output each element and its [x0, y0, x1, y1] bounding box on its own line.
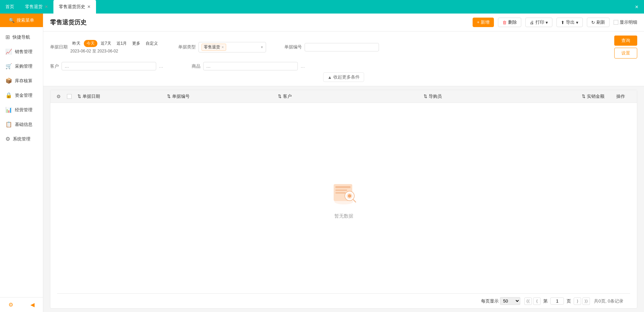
th-sort-icon-guide[interactable]: ⇅: [424, 94, 427, 99]
filter-area: 单据日期 昨天 今天 近7天 近1月 更多 自定义 2023-06-02 至 2…: [43, 31, 644, 86]
tab-retail-return-history-close[interactable]: ✕: [87, 4, 91, 9]
filter-bill-date: 单据日期 昨天 今天 近7天 近1月 更多 自定义 2023-06-02 至 2…: [50, 40, 160, 54]
collapse-filter-btn[interactable]: ▲ 收起更多条件: [323, 72, 364, 82]
sales-icon: 📈: [5, 48, 12, 55]
goods-ellipsis[interactable]: …: [301, 64, 305, 69]
th-customer-label: 客户: [283, 93, 292, 99]
collapse-filter-label: 收起更多条件: [333, 74, 360, 80]
sidebar-item-sales[interactable]: 📈 销售管理: [0, 44, 43, 59]
bill-type-select[interactable]: 零售退货 × ▾: [198, 42, 266, 52]
bill-no-label: 单据编号: [284, 44, 302, 50]
sidebar-item-inventory-label: 库存核算: [15, 78, 32, 84]
display-toggle[interactable]: 显示明细: [614, 19, 637, 25]
refresh-button[interactable]: ↻ 刷新: [587, 18, 610, 27]
table-area: ⚙ ⇅ 单据日期 ⇅ 单据编号 ⇅ 客户 ⇅: [50, 90, 637, 309]
new-button[interactable]: + 新增: [473, 18, 494, 27]
sidebar-search[interactable]: 🔍 搜索菜单: [0, 14, 43, 27]
collapse-up-icon: ▲: [328, 75, 332, 80]
filter-bill-type: 单据类型 零售退货 × ▾: [178, 42, 266, 52]
sidebar-item-inventory[interactable]: 📦 库存核算: [0, 73, 43, 88]
tab-retail-return-history[interactable]: 零售退货历史 ✕: [53, 0, 96, 14]
tab-home-label: 首页: [5, 4, 14, 10]
sidebar-item-quicknav-label: 快捷导航: [13, 34, 30, 40]
sidebar-item-system[interactable]: ⚙ 系统管理: [0, 132, 43, 146]
sidebar-bottom: ⚙ ◀: [0, 297, 43, 312]
date-opt-7days[interactable]: 近7天: [99, 40, 113, 47]
main-layout: 🔍 搜索菜单 ⊞ 快捷导航 📈 销售管理 🛒 采购管理 📦 库存核算 🔒: [0, 14, 644, 312]
refresh-button-label: 刷新: [596, 19, 605, 25]
sidebar-item-finance[interactable]: 🔒 资金管理: [0, 88, 43, 103]
inventory-icon: 📦: [5, 77, 12, 84]
tab-home[interactable]: 首页: [0, 0, 20, 14]
tab-list: 首页 零售退货 ✕ 零售退货历史 ✕: [0, 0, 635, 14]
date-opt-yesterday[interactable]: 昨天: [70, 40, 82, 47]
delete-button[interactable]: 🗑 删除: [498, 18, 521, 27]
bill-type-tag-close[interactable]: ×: [221, 45, 223, 49]
set-button[interactable]: 设置: [614, 48, 637, 59]
page-first-btn[interactable]: ⟨⟨: [524, 297, 532, 305]
sidebar-item-operations[interactable]: 📊 经营管理: [0, 103, 43, 117]
svg-rect-3: [335, 190, 347, 191]
empty-state: 暂无数据: [329, 177, 359, 219]
filter-bill-no: 单据编号: [284, 43, 379, 51]
page-prev-btn[interactable]: ⟨: [533, 297, 541, 305]
purchase-icon: 🛒: [5, 63, 12, 69]
display-checkbox[interactable]: [614, 20, 618, 25]
topbar-close-btn[interactable]: ✕: [635, 4, 644, 9]
date-opt-custom[interactable]: 自定义: [144, 40, 160, 47]
goods-input[interactable]: [203, 62, 298, 70]
tab-retail-return-close[interactable]: ✕: [45, 4, 48, 9]
filter-goods: 商品 …: [192, 62, 305, 70]
collapse-sidebar-btn[interactable]: ◀: [30, 302, 34, 308]
th-sort-icon-amount[interactable]: ⇅: [582, 94, 586, 99]
page-last-btn[interactable]: ⟩⟩: [582, 297, 590, 305]
export-button-label: 导出: [566, 19, 575, 25]
th-bill-date-label: 单据日期: [82, 93, 100, 99]
svg-rect-4: [335, 192, 345, 194]
th-sort-icon-date[interactable]: ⇅: [77, 94, 81, 99]
per-page-select[interactable]: 50 100 200: [500, 297, 520, 305]
tab-retail-return[interactable]: 零售退货 ✕: [20, 0, 53, 14]
query-button[interactable]: 查询: [614, 36, 637, 46]
th-action: 操作: [607, 93, 634, 99]
customer-ellipsis[interactable]: …: [159, 64, 163, 69]
settings-bottom-btn[interactable]: ⚙: [8, 302, 13, 308]
export-button[interactable]: ⬆ 导出 ▾: [556, 18, 583, 27]
sidebar-item-quicknav[interactable]: ⊞ 快捷导航: [0, 30, 43, 44]
bill-type-tag: 零售退货 ×: [201, 44, 226, 51]
sidebar-search-label: 搜索菜单: [17, 17, 34, 23]
sidebar-item-system-label: 系统管理: [13, 136, 30, 142]
th-action-label: 操作: [616, 93, 625, 99]
sidebar-item-purchase[interactable]: 🛒 采购管理: [0, 59, 43, 73]
delete-icon: 🗑: [502, 20, 507, 25]
customer-label: 客户: [50, 63, 59, 69]
select-all-checkbox[interactable]: [67, 94, 72, 99]
print-button-label: 打印: [535, 19, 544, 25]
bill-type-tag-value: 零售退货: [204, 44, 220, 50]
print-chevron-icon: ▾: [546, 20, 548, 25]
export-icon: ⬆: [561, 20, 565, 25]
th-sort-icon-billno[interactable]: ⇅: [167, 94, 171, 99]
th-customer: ⇅ 客户: [275, 93, 421, 99]
sidebar-nav: ⊞ 快捷导航 📈 销售管理 🛒 采购管理 📦 库存核算 🔒 资金管理 📊: [0, 27, 43, 297]
print-button[interactable]: 🖨 打印 ▾: [525, 18, 552, 27]
date-opt-more[interactable]: 更多: [130, 40, 142, 47]
th-settings[interactable]: ⚙: [53, 94, 64, 99]
th-bill-date: ⇅ 单据日期: [75, 93, 164, 99]
svg-rect-2: [335, 186, 351, 188]
date-opt-1month[interactable]: 近1月: [115, 40, 129, 47]
customer-input[interactable]: [62, 62, 156, 70]
new-button-label: + 新增: [477, 19, 490, 25]
bill-no-input[interactable]: [305, 43, 379, 51]
th-bill-no-label: 单据编号: [172, 93, 190, 99]
th-sort-icon-customer[interactable]: ⇅: [278, 94, 282, 99]
page-number-input[interactable]: [550, 297, 564, 305]
date-opt-today[interactable]: 今天: [84, 40, 97, 47]
filter-customer: 客户 …: [50, 62, 163, 70]
svg-line-7: [353, 199, 356, 202]
sidebar-item-basic-info[interactable]: 📋 基础信息: [0, 117, 43, 132]
svg-point-8: [348, 194, 351, 198]
th-checkbox[interactable]: [64, 94, 75, 99]
filter-row-1: 单据日期 昨天 今天 近7天 近1月 更多 自定义 2023-06-02 至 2…: [50, 36, 637, 59]
page-next-btn[interactable]: ⟩: [574, 297, 581, 305]
